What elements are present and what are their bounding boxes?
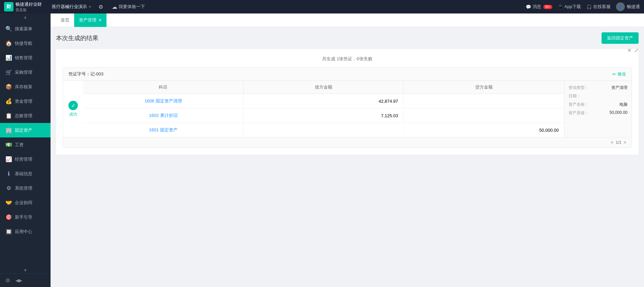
date-label: 日期： (569, 93, 581, 99)
sidebar-item-system[interactable]: ⚙ 系统管理 (0, 181, 51, 195)
sidebar-item-sales[interactable]: 📊 销售管理 (0, 51, 51, 65)
sidebar-item-purchase[interactable]: 🛒 采购管理 (0, 65, 51, 79)
sidebar-item-label: 快捷导航 (15, 40, 32, 46)
ledger-icon: 📋 (5, 113, 12, 119)
col-header-debit: 借方金额 (244, 81, 404, 94)
app-center-icon: 🔲 (5, 228, 12, 235)
sidebar-item-label: 经营管理 (15, 156, 32, 162)
table-row: 1602 累计折旧 7,125.03 (83, 108, 564, 123)
main-layout: ▲ 🔍 搜索菜单 🏠 快捷导航 📊 销售管理 🛒 采购管理 📦 库存核算 (0, 13, 644, 287)
search-icon: 🔍 (5, 26, 12, 32)
debit-cell-2: 7,125.03 (244, 109, 404, 122)
sidebar-collapse-icon[interactable]: ◀▶ (16, 278, 22, 283)
account-cell-1: 1606 固定资产清理 (83, 94, 244, 108)
edit-button[interactable]: ✏ 修改 (612, 71, 626, 77)
account-link-3[interactable]: 1601 固定资产 (149, 127, 178, 132)
company-selector[interactable]: 医疗器械行业演示 (52, 4, 92, 10)
sidebar-item-label: 系统管理 (15, 185, 32, 191)
page-title-row: 本次生成的结果 返回固定资产 (56, 32, 639, 44)
sidebar-item-search[interactable]: 🔍 搜索菜单 (0, 22, 51, 36)
voucher-body: ✓ 成功 科目 借方金额 贷方金额 (63, 81, 632, 137)
basic-info-icon: ℹ (5, 170, 12, 177)
result-panel: 共生成 1张凭证，0张失败 凭证字号：记-003 ✏ 修改 (56, 49, 639, 155)
success-indicator: ✓ 成功 (63, 81, 83, 137)
sidebar-item-label: 总账管理 (15, 113, 32, 119)
inventory-icon: 📦 (5, 84, 12, 90)
credit-cell-1 (404, 97, 564, 105)
app-logo: 财 畅捷通好业财 普及版 (4, 1, 42, 12)
account-link-1[interactable]: 1606 固定资产清理 (145, 98, 182, 103)
sidebar-item-enterprise[interactable]: 🤝 企业协同 (0, 195, 51, 210)
info-row-date: 日期： (569, 93, 627, 99)
credit-cell-3: 50,000.00 (404, 124, 564, 137)
credit-cell-2 (404, 111, 564, 120)
tab-close-icon[interactable]: ✕ (98, 18, 102, 23)
sidebar-item-payroll[interactable]: 💵 工资 (0, 137, 51, 152)
app-title: 畅捷通好业财 普及版 (16, 1, 42, 12)
sidebar-item-ledger[interactable]: 📋 总账管理 (0, 108, 51, 123)
success-circle-icon: ✓ (68, 101, 78, 110)
close-panel-icon[interactable]: ✕ (627, 47, 632, 54)
success-text: 成功 (69, 111, 77, 117)
messages-button[interactable]: 💬 消息 99+ (526, 4, 552, 10)
user-info[interactable]: 👤 畅捷通 (616, 2, 640, 11)
account-cell-2: 1602 累计折旧 (83, 108, 244, 123)
sidebar-scroll-up[interactable]: ▲ (0, 13, 51, 20)
info-row-asset-name: 资产名称： 电脑 (569, 102, 627, 107)
next-page-icon[interactable]: > (624, 140, 626, 145)
sidebar-item-label: 搜索菜单 (15, 26, 32, 32)
prev-page-icon[interactable]: < (611, 140, 613, 145)
table-row: 1606 固定资产清理 42,874.97 (83, 94, 564, 108)
account-cell-3: 1601 固定资产 (83, 123, 244, 137)
sidebar-item-label: 应用中心 (15, 229, 32, 235)
page-title: 本次生成的结果 (56, 34, 98, 42)
app-download-button[interactable]: 📱 App下载 (558, 4, 581, 10)
table-header: 科目 借方金额 贷方金额 (83, 81, 564, 94)
purchase-icon: 🛒 (5, 69, 12, 75)
download-icon: 📱 (558, 4, 563, 9)
table-row: 1601 固定资产 50,000.00 (83, 123, 564, 137)
top-header: 财 畅捷通好业财 普及版 医疗器械行业演示 ⚙ ☁ 我要体验一下 💬 消息 99… (0, 0, 644, 13)
return-button[interactable]: 返回固定资产 (602, 32, 639, 44)
sidebar-item-quick-nav[interactable]: 🏠 快捷导航 (0, 36, 51, 51)
voucher-id: 凭证字号：记-003 (68, 71, 103, 77)
info-row-change-type: 变动类型： 资产清理 (569, 85, 627, 91)
sidebar-item-app-center[interactable]: 🔲 应用中心 (0, 224, 51, 239)
sidebar-item-label: 基础信息 (15, 171, 32, 177)
sidebar-item-label: 库存核算 (15, 84, 32, 90)
voucher-pagination: < 1/1 > (63, 137, 632, 148)
sidebar-item-label: 固定资产 (15, 127, 32, 133)
sidebar-item-guide[interactable]: 🎯 新手引导 (0, 210, 51, 224)
sidebar-item-label: 工资 (15, 142, 24, 148)
sidebar-item-inventory[interactable]: 📦 库存核算 (0, 79, 51, 94)
col-header-credit: 贷方金额 (404, 81, 564, 94)
sidebar-settings-icon[interactable]: ⚙ (5, 277, 10, 284)
tab-home[interactable]: 首页 (56, 13, 74, 27)
debit-cell-1: 42,874.97 (244, 95, 404, 108)
sidebar-items: 🔍 搜索菜单 🏠 快捷导航 📊 销售管理 🛒 采购管理 📦 库存核算 💰 (0, 20, 51, 267)
change-type-label: 变动类型： (569, 85, 589, 91)
sidebar-item-basic-info[interactable]: ℹ 基础信息 (0, 166, 51, 181)
result-summary: 共生成 1张凭证，0张失败 (63, 56, 632, 62)
settings-icon[interactable]: ⚙ (98, 4, 103, 10)
sidebar-item-fixed-assets[interactable]: 🏢 固定资产 (0, 123, 51, 137)
sidebar-item-operations[interactable]: 📈 经营管理 (0, 152, 51, 166)
tab-asset-mgmt[interactable]: 资产管理 ✕ (74, 13, 106, 27)
sidebar-scroll-down[interactable]: ▼ (0, 267, 51, 274)
voucher-header: 凭证字号：记-003 ✏ 修改 (63, 68, 632, 81)
edit-icon: ✏ (612, 72, 616, 77)
finance-icon: 💰 (5, 98, 12, 104)
expand-panel-icon[interactable]: ⤢ (634, 47, 639, 54)
account-link-2[interactable]: 1602 累计折旧 (149, 113, 178, 118)
sidebar-item-finance[interactable]: 💰 资金管理 (0, 94, 51, 108)
tab-bar: 首页 资产管理 ✕ (51, 13, 644, 27)
sidebar-item-label: 采购管理 (15, 69, 32, 75)
page-content: ✕ ⤢ 本次生成的结果 返回固定资产 共生成 1张凭证，0张失败 凭证字号：记-… (51, 27, 644, 287)
guide-icon: 🎯 (5, 214, 12, 220)
system-icon: ⚙ (5, 185, 12, 191)
sidebar-item-label: 企业协同 (15, 200, 32, 206)
online-service-button[interactable]: 🎧 在线客服 (586, 4, 611, 10)
sidebar-item-label: 销售管理 (15, 55, 32, 61)
asset-name-label: 资产名称： (569, 102, 589, 107)
trial-button[interactable]: ☁ 我要体验一下 (112, 4, 145, 10)
